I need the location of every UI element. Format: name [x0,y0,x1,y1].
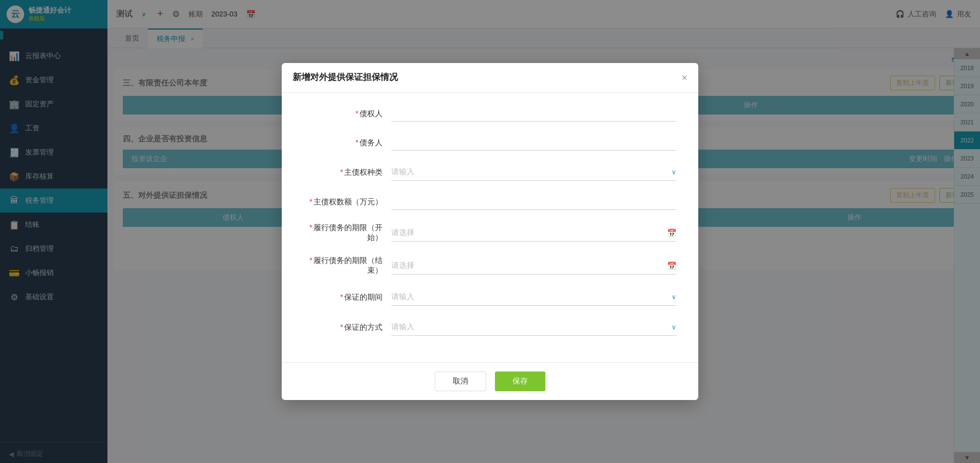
field-period-start: *履行债务的期限（开始） 请选择 📅 [304,223,676,243]
debtor-input[interactable] [391,135,676,151]
debt-type-label: *主债权种类 [304,168,391,178]
field-debtor: *债务人 [304,135,676,151]
debt-amount-input[interactable] [391,194,676,210]
modal-footer: 取消 保存 [282,362,698,400]
period-end-date[interactable]: 请选择 📅 [391,258,676,275]
guarantee-period-select[interactable]: 请输入 ∨ [391,289,676,306]
period-start-calendar-icon: 📅 [667,228,676,237]
debt-amount-label: *主债权数额（万元） [304,197,391,207]
guarantee-method-select[interactable]: 请输入 ∨ [391,319,676,336]
period-start-label: *履行债务的期限（开始） [304,223,391,243]
guarantee-period-chevron: ∨ [671,293,676,301]
guarantee-method-chevron: ∨ [671,323,676,331]
period-end-calendar-icon: 📅 [667,261,676,270]
modal-header: 新增对外提供保证担保情况 × [282,63,698,93]
creditor-label: *债权人 [304,109,391,119]
modal-dialog: 新增对外提供保证担保情况 × *债权人 *债务人 *主债权种类 [282,63,698,400]
field-guarantee-method: *保证的方式 请输入 ∨ [304,319,676,336]
creditor-input[interactable] [391,106,676,122]
debt-type-select[interactable]: 请输入 ∨ [391,164,676,181]
guarantee-method-label: *保证的方式 [304,323,391,333]
guarantee-period-label: *保证的期间 [304,293,391,302]
field-guarantee-period: *保证的期间 请输入 ∨ [304,289,676,306]
cancel-button[interactable]: 取消 [435,371,486,391]
modal-title: 新增对外提供保证担保情况 [293,72,398,83]
field-debt-type: *主债权种类 请输入 ∨ [304,164,676,181]
debt-type-chevron: ∨ [671,168,676,176]
field-debt-amount: *主债权数额（万元） [304,194,676,210]
debtor-label: *债务人 [304,138,391,148]
modal-body: *债权人 *债务人 *主债权种类 请输入 ∨ [282,93,698,362]
field-creditor: *债权人 [304,106,676,122]
period-start-date[interactable]: 请选择 📅 [391,225,676,242]
modal-close-button[interactable]: × [681,73,687,83]
period-end-label: *履行债务的期限（结束） [304,256,391,276]
save-button[interactable]: 保存 [495,371,545,391]
modal-overlay: 新增对外提供保证担保情况 × *债权人 *债务人 *主债权种类 [0,0,980,463]
field-period-end: *履行债务的期限（结束） 请选择 📅 [304,256,676,276]
